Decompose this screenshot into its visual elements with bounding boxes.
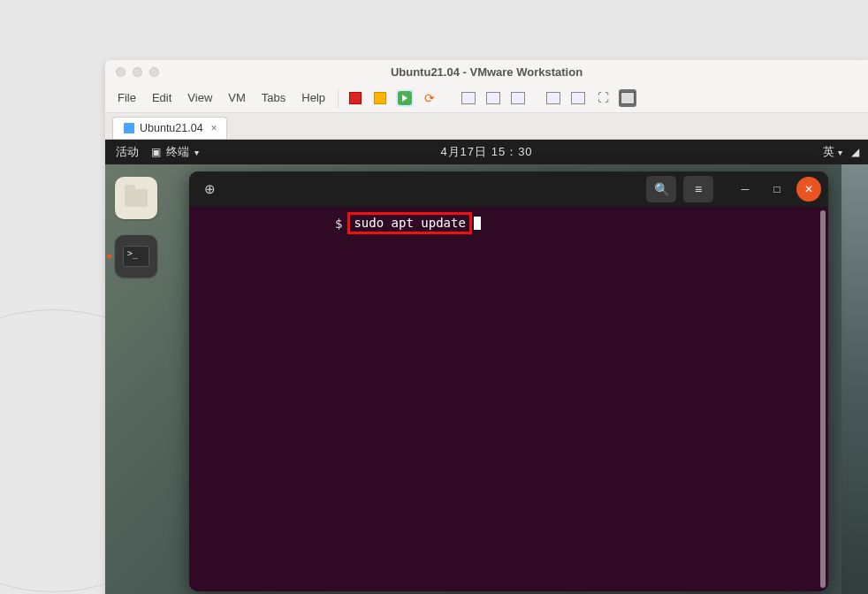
dock-item-files[interactable]: [115, 177, 157, 219]
terminal-body[interactable]: $ sudo apt update: [189, 207, 828, 591]
vm-tab-bar: Ubuntu21.04 ×: [105, 113, 868, 140]
new-tab-icon: ⊕: [204, 181, 216, 197]
window-title: Ubuntu21.04 - VMware Workstation: [105, 65, 868, 79]
vm-tab-icon: [124, 123, 134, 133]
suspend-button[interactable]: [371, 89, 389, 107]
close-icon: ✕: [804, 183, 813, 195]
fullscreen-icon: ⛶: [598, 91, 609, 104]
ubuntu-top-bar: 活动 ▣ 终端 ▾ 4月17日 15：30 英 ▾ ◢: [105, 140, 868, 164]
highlighted-command: sudo apt update: [347, 212, 471, 234]
show-console-button[interactable]: [544, 89, 562, 107]
take-snapshot-button[interactable]: [509, 89, 527, 107]
maximize-icon: □: [773, 183, 780, 195]
unity-icon: [621, 92, 635, 104]
dock-item-terminal[interactable]: [115, 235, 157, 278]
terminal-menu-button[interactable]: ≡: [683, 176, 713, 202]
menu-help[interactable]: Help: [294, 88, 332, 108]
window-titlebar: Ubuntu21.04 - VMware Workstation: [105, 60, 868, 83]
ime-indicator[interactable]: 英 ▾: [823, 144, 842, 160]
ime-label: 英: [823, 145, 834, 158]
menubar: File Edit View VM Tabs Help ⟳ ⛶: [105, 83, 868, 113]
topbar-app-indicator[interactable]: ▣ 终端 ▾: [151, 144, 199, 160]
ubuntu-dock: [110, 173, 163, 278]
text-cursor: [474, 217, 481, 230]
folder-icon: [125, 189, 148, 207]
terminal-search-button[interactable]: 🔍: [646, 176, 676, 202]
menu-edit[interactable]: Edit: [145, 88, 179, 108]
power-on-button[interactable]: [396, 89, 414, 107]
console-icon: [546, 92, 560, 104]
terminal-close-button[interactable]: ✕: [796, 177, 821, 202]
terminal-scrollbar[interactable]: [820, 210, 826, 588]
terminal-headerbar: ⊕ 🔍 ≡ ─ □ ✕: [189, 171, 828, 207]
activities-button[interactable]: 活动: [116, 144, 139, 160]
fullscreen-button[interactable]: ⛶: [594, 89, 612, 107]
stop-icon: [349, 92, 362, 104]
menu-tabs[interactable]: Tabs: [255, 88, 293, 108]
terminal-icon: [123, 246, 149, 267]
gnome-terminal-window: ⊕ 🔍 ≡ ─ □ ✕: [189, 171, 828, 591]
power-off-button[interactable]: [346, 89, 364, 107]
vm-tab-label: Ubuntu21.04: [140, 122, 203, 134]
hamburger-icon: ≡: [695, 182, 702, 196]
running-indicator-dot: [107, 255, 111, 259]
menu-vm[interactable]: VM: [221, 88, 253, 108]
unity-button[interactable]: [619, 89, 636, 107]
restart-button[interactable]: ⟳: [421, 89, 438, 107]
play-icon: [398, 91, 412, 105]
vmware-workstation-window: Ubuntu21.04 - VMware Workstation File Ed…: [105, 60, 868, 594]
chevron-down-icon: ▾: [194, 148, 199, 157]
search-icon: 🔍: [654, 182, 669, 196]
menu-file[interactable]: File: [110, 88, 143, 108]
thumbnail-icon: [571, 92, 585, 104]
snapshot-button[interactable]: [460, 89, 477, 107]
pause-icon: [374, 92, 386, 104]
snapshot-manager-button[interactable]: [484, 89, 502, 107]
refresh-icon: ⟳: [424, 91, 435, 105]
vm-tab-ubuntu[interactable]: Ubuntu21.04 ×: [112, 117, 227, 139]
wallpaper-right-strip: [841, 164, 868, 594]
shell-prompt: $: [335, 217, 342, 231]
menu-view[interactable]: View: [180, 88, 219, 108]
camera-icon: [511, 92, 525, 104]
chevron-down-icon: ▾: [838, 148, 842, 157]
snapshot-icon: [461, 92, 476, 104]
show-thumbnail-button[interactable]: [569, 89, 587, 107]
terminal-indicator-icon: ▣: [151, 146, 161, 158]
terminal-maximize-button[interactable]: □: [765, 177, 789, 202]
new-tab-button[interactable]: ⊕: [196, 177, 223, 202]
terminal-minimize-button[interactable]: ─: [733, 177, 758, 202]
topbar-datetime[interactable]: 4月17日 15：30: [105, 144, 868, 160]
topbar-app-label: 终端: [166, 144, 189, 160]
toolbar-separator: [338, 88, 339, 108]
system-status-icon[interactable]: ◢: [851, 146, 859, 158]
snapshot-manager-icon: [486, 92, 500, 104]
tab-close-icon[interactable]: ×: [211, 122, 217, 134]
guest-display: 活动 ▣ 终端 ▾ 4月17日 15：30 英 ▾ ◢: [105, 140, 868, 594]
command-line: $ sudo apt update: [198, 212, 819, 234]
minimize-icon: ─: [742, 183, 750, 195]
